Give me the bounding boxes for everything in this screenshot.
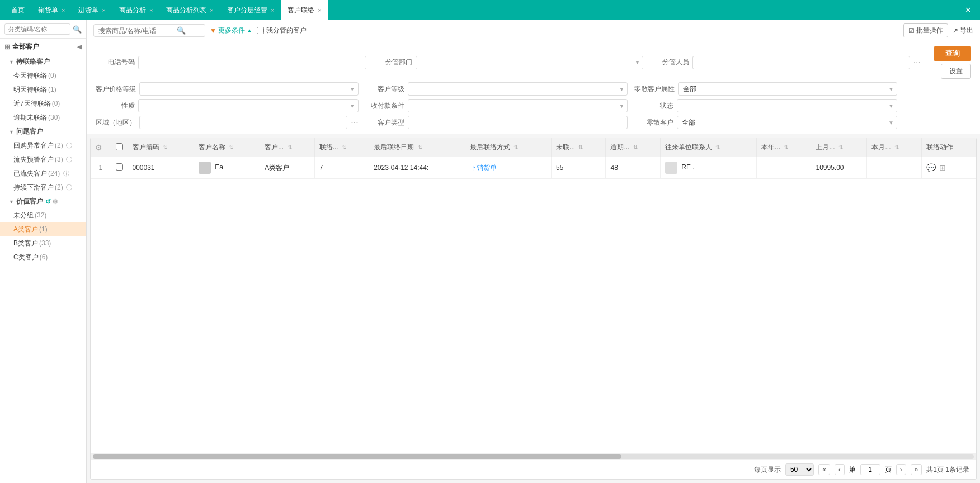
filter-status-select[interactable] <box>677 99 897 112</box>
filter-row-4: 区域（地区） ··· 客户类型 零散客户 全部 ▼ <box>96 116 971 129</box>
td-overdue-days: 48 <box>606 157 660 179</box>
filter-row-1: 电话号码 分管部门 ▼ 分管人员 ··· 查询 设置 <box>96 46 971 79</box>
nav-product-analysis-list-close[interactable]: × <box>210 7 213 13</box>
nav-purchase-close[interactable]: × <box>102 7 105 13</box>
filter-payment-select[interactable] <box>408 99 628 112</box>
info-icon-4[interactable]: ⓘ <box>66 184 72 191</box>
sort-icon-unit-contact[interactable]: ⇅ <box>715 144 720 150</box>
nav-purchase[interactable]: 进货单 × <box>72 0 112 20</box>
sidebar-item-class-c[interactable]: C类客户(6) <box>0 250 86 264</box>
sidebar-item-loss-warning[interactable]: 流失预警客户(3) ⓘ <box>0 153 86 167</box>
sidebar-item-declining[interactable]: 持续下滑客户(2) ⓘ <box>0 181 86 195</box>
sidebar-search-input[interactable] <box>4 23 70 35</box>
filter-more-conditions[interactable]: ▼ 更多条件 ▲ <box>210 26 252 35</box>
dots-icon[interactable]: ··· <box>913 58 921 68</box>
table-settings-icon[interactable]: ⚙ <box>95 143 102 152</box>
td-this-month-amount <box>867 157 921 179</box>
filter-price-level-select[interactable] <box>139 82 359 96</box>
sort-icon-overdue[interactable]: ⇅ <box>633 144 638 150</box>
info-icon-3[interactable]: ⓘ <box>63 170 69 177</box>
horizontal-scrollbar[interactable] <box>91 453 976 460</box>
sidebar-search-icon[interactable]: 🔍 <box>73 25 82 34</box>
nav-product-analysis-close[interactable]: × <box>149 7 153 13</box>
sidebar-item-tomorrow-pending[interactable]: 明天待联络(1) <box>0 83 86 97</box>
th-checkbox <box>111 138 128 157</box>
filter-region-input[interactable] <box>139 116 347 129</box>
nav-product-analysis[interactable]: 商品分析 × <box>112 0 159 20</box>
per-page-select[interactable]: 50 100 200 <box>785 463 814 476</box>
settings-icon[interactable]: ⚙ <box>52 198 58 206</box>
nav-sales[interactable]: 销货单 × <box>31 0 72 20</box>
export-button[interactable]: ↗ 导出 <box>953 26 973 35</box>
sidebar-group-value[interactable]: ▼ 价值客户 ↺ ⚙ <box>0 195 86 209</box>
sort-icon-method[interactable]: ⇅ <box>513 144 518 150</box>
info-icon-1[interactable]: ⓘ <box>66 142 72 149</box>
row-checkbox[interactable] <box>116 163 123 171</box>
region-dots-icon[interactable]: ··· <box>351 117 358 127</box>
sort-icon-this-year[interactable]: ⇅ <box>784 144 788 150</box>
sort-icon-last-month[interactable]: ⇅ <box>838 144 843 150</box>
unit-contact-avatar <box>665 162 677 174</box>
first-page-button[interactable]: « <box>818 464 830 475</box>
select-all-checkbox[interactable] <box>116 143 123 150</box>
scrollbar-thumb[interactable] <box>93 454 621 459</box>
query-button[interactable]: 查询 <box>934 46 971 61</box>
refresh-icon[interactable]: ↺ <box>45 198 51 206</box>
sidebar-collapse-icon[interactable]: ◀ <box>77 44 82 50</box>
sort-icon-date[interactable]: ⇅ <box>418 144 422 150</box>
page-number-input[interactable] <box>860 464 880 475</box>
filter-customer-type-input[interactable] <box>408 116 628 129</box>
filter-retail-attr-select[interactable]: 全部 <box>678 82 897 96</box>
sort-icon-not-contacted[interactable]: ⇅ <box>578 144 583 150</box>
filter-search-input[interactable] <box>98 27 177 35</box>
filter-manager-label: 分管人员 <box>650 58 689 67</box>
sidebar-group-pending[interactable]: ▼ 待联络客户 <box>0 55 86 69</box>
filter-phone: 电话号码 <box>96 56 366 69</box>
table-row: 1 000031 Ea A类客户 7 2023-04-12 14:4 <box>91 157 976 179</box>
filter-phone-input[interactable] <box>138 56 366 69</box>
nav-customer-contact-close[interactable]: × <box>318 7 321 13</box>
filter-customer-level-select[interactable] <box>408 82 628 96</box>
nav-customer-contact[interactable]: 客户联络 × <box>281 0 328 20</box>
filter-nature-select[interactable] <box>138 99 359 112</box>
sort-icon-contact[interactable]: ⇅ <box>342 144 346 150</box>
sidebar-item-abnormal-repurchase[interactable]: 回购异常客户(2) ⓘ <box>0 139 86 153</box>
sidebar-all-customers[interactable]: ⊞ 全部客户 ◀ <box>0 39 86 55</box>
nav-home[interactable]: 首页 <box>4 0 31 20</box>
filter-search-icon[interactable]: 🔍 <box>177 26 186 35</box>
filter-dept-select[interactable] <box>416 56 644 69</box>
sidebar-item-7days-pending[interactable]: 近7天待联络(0) <box>0 97 86 111</box>
last-contact-method-link[interactable]: 下销货单 <box>470 164 497 172</box>
close-all-tabs[interactable]: × <box>960 4 976 16</box>
sidebar-item-overdue[interactable]: 逾期未联络(30) <box>0 111 86 125</box>
action-chat-icon[interactable]: 💬 <box>926 163 936 172</box>
prev-page-button[interactable]: ‹ <box>835 464 845 475</box>
sort-icon-this-month[interactable]: ⇅ <box>894 144 899 150</box>
last-page-button[interactable]: » <box>911 464 922 475</box>
filter-manager-input[interactable] <box>692 56 910 69</box>
sort-icon-code[interactable]: ⇅ <box>163 144 167 150</box>
sidebar-group-problem[interactable]: ▼ 问题客户 <box>0 125 86 139</box>
sidebar-item-ungrouped[interactable]: 未分组(32) <box>0 209 86 222</box>
next-page-button[interactable]: › <box>896 464 906 475</box>
info-icon-2[interactable]: ⓘ <box>66 156 72 163</box>
batch-ops-button[interactable]: ☑ 批量操作 <box>903 23 948 37</box>
nav-sales-close[interactable]: × <box>62 7 65 13</box>
sidebar-item-class-b[interactable]: B类客户(33) <box>0 236 86 250</box>
sort-icon-type[interactable]: ⇅ <box>288 144 292 150</box>
table-scroll-area[interactable]: ⚙ 客户编码 ⇅ 客户名称 ⇅ <box>91 138 976 453</box>
my-customers-checkbox[interactable] <box>257 27 264 34</box>
action-qr-icon[interactable]: ⊞ <box>939 163 946 172</box>
td-unit-contact: RE . <box>660 157 756 179</box>
sidebar-item-class-a[interactable]: A类客户(1) <box>0 222 86 236</box>
nav-product-analysis-list[interactable]: 商品分析列表 × <box>159 0 220 20</box>
sidebar-item-lost-customers[interactable]: 已流失客户(24) ⓘ <box>0 167 86 181</box>
filter-retail-attr: 零散客户属性 全部 ▼ <box>634 82 897 96</box>
my-customers-filter[interactable]: 我分管的客户 <box>257 26 307 35</box>
nav-customer-segment-close[interactable]: × <box>271 7 274 13</box>
filter-retail-customer-select[interactable]: 全部 <box>677 116 897 129</box>
settings-button[interactable]: 设置 <box>941 64 971 79</box>
nav-customer-segment[interactable]: 客户分层经营 × <box>220 0 281 20</box>
sidebar-item-today-pending[interactable]: 今天待联络(0) <box>0 69 86 83</box>
sort-icon-name[interactable]: ⇅ <box>229 144 233 150</box>
